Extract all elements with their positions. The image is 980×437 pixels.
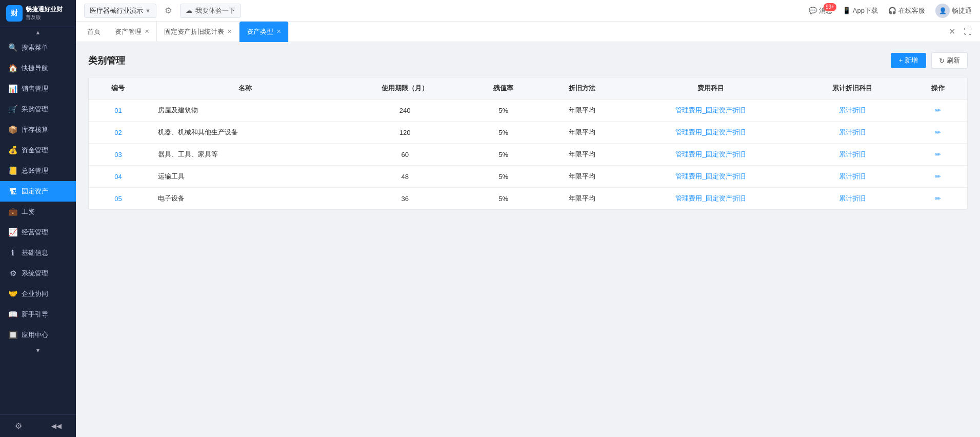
sidebar-item-label: 经营管理: [22, 228, 48, 237]
cell-accumulated: 累计折旧: [796, 188, 908, 210]
operations-icon: 📈: [8, 228, 17, 237]
col-name: 名称: [148, 77, 343, 100]
user-label: 畅捷通: [952, 6, 972, 15]
logo-main-text: 畅捷通好业财: [26, 6, 63, 14]
tab-fixed-asset-depreciation[interactable]: 固定资产折旧统计表 ✕: [157, 22, 239, 42]
sidebar-item-label: 基础信息: [22, 248, 48, 257]
sidebar-item-enterprise[interactable]: 🤝 企业协同: [0, 284, 76, 304]
refresh-button[interactable]: ↻ 刷新: [931, 52, 968, 69]
content-area: 类别管理 + 新增 ↻ 刷新 编号 名称 使用期限（月） 残值率 折旧方法: [76, 42, 980, 437]
cell-action: ✏: [908, 166, 967, 188]
new-button[interactable]: + 新增: [891, 53, 926, 68]
experience-label: 我要体验一下: [195, 6, 235, 15]
sidebar-item-payroll[interactable]: 💼 工资: [0, 202, 76, 222]
search-icon: 🔍: [8, 43, 17, 52]
sidebar-item-ledger[interactable]: 📒 总账管理: [0, 161, 76, 181]
cloud-icon: ☁: [186, 7, 192, 14]
tab-fixed-asset-depreciation-label: 固定资产折旧统计表: [164, 27, 224, 36]
sidebar-item-fixed-assets[interactable]: 🏗 固定资产: [0, 181, 76, 202]
sidebar-item-inventory[interactable]: 📦 库存核算: [0, 120, 76, 140]
sales-icon: 📊: [8, 84, 17, 93]
edit-icon[interactable]: ✏: [935, 150, 941, 158]
cell-period: 48: [343, 166, 468, 188]
sidebar-bottom: ⚙ ◀◀: [0, 414, 76, 437]
cell-residual: 5%: [467, 166, 539, 188]
tab-fixed-asset-depreciation-close-icon[interactable]: ✕: [227, 28, 232, 35]
sidebar-item-label: 工资: [22, 207, 35, 216]
customer-service-button[interactable]: 🎧 在线客服: [888, 6, 925, 15]
topbar-right: 💬 消息 99+ 📱 App下载 🎧 在线客服 👤 畅捷通: [809, 4, 972, 18]
page-header: 类别管理 + 新增 ↻ 刷新: [88, 52, 968, 69]
sidebar-item-system[interactable]: ⚙ 系统管理: [0, 263, 76, 284]
experience-button[interactable]: ☁ 我要体验一下: [180, 4, 241, 18]
main-area: 医疗器械行业演示 ▼ ⚙ ☁ 我要体验一下 💬 消息 99+ 📱 App下载 🎧…: [76, 0, 980, 437]
cell-expense: 管理费用_固定资产折旧: [625, 188, 796, 210]
funds-icon: 💰: [8, 146, 17, 155]
home-icon: 🏠: [8, 64, 17, 73]
col-action: 操作: [908, 77, 967, 100]
messages-button[interactable]: 💬 消息 99+: [809, 6, 832, 15]
cell-id: 05: [89, 188, 148, 210]
sidebar-item-app-center[interactable]: 🔲 应用中心: [0, 325, 76, 345]
tab-asset-type[interactable]: 资产类型 ✕: [239, 22, 289, 42]
topbar: 医疗器械行业演示 ▼ ⚙ ☁ 我要体验一下 💬 消息 99+ 📱 App下载 🎧…: [76, 0, 980, 22]
sidebar-item-label: 系统管理: [22, 269, 48, 278]
basic-info-icon: ℹ: [8, 248, 17, 257]
table-row: 03 器具、工具、家具等 60 5% 年限平均 管理费用_固定资产折旧 累计折旧…: [89, 144, 967, 166]
sidebar-item-basic-info[interactable]: ℹ 基础信息: [0, 243, 76, 263]
cell-period: 120: [343, 122, 468, 144]
tab-asset-management-label: 资产管理: [115, 27, 142, 36]
cell-period: 60: [343, 144, 468, 166]
cell-accumulated: 累计折旧: [796, 166, 908, 188]
logo-icon: 财: [6, 5, 23, 22]
sidebar-item-sales[interactable]: 📊 销售管理: [0, 78, 76, 99]
sidebar-item-label: 销售管理: [22, 84, 48, 93]
edit-icon[interactable]: ✏: [935, 172, 941, 181]
sidebar-item-search[interactable]: 🔍 搜索菜单: [0, 37, 76, 58]
tab-home-label: 首页: [87, 27, 101, 36]
cell-method: 年限平均: [539, 166, 625, 188]
fixed-assets-icon: 🏗: [8, 187, 17, 196]
sidebar-item-label: 快捷导航: [22, 64, 48, 73]
tab-expand-button[interactable]: ⛶: [962, 26, 974, 37]
customer-service-label: 在线客服: [898, 6, 925, 15]
enterprise-icon: 🤝: [8, 289, 17, 299]
table: 编号 名称 使用期限（月） 残值率 折旧方法 费用科目 累计折旧科目 操作 01…: [89, 77, 967, 209]
sidebar-item-label: 库存核算: [22, 125, 48, 134]
app-download-button[interactable]: 📱 App下载: [843, 6, 878, 15]
tabs-right-actions: ✕ ⛶: [947, 26, 980, 37]
cell-method: 年限平均: [539, 100, 625, 122]
cell-method: 年限平均: [539, 188, 625, 210]
tab-home[interactable]: 首页: [80, 22, 108, 42]
tab-asset-type-label: 资产类型: [247, 27, 273, 36]
cell-accumulated: 累计折旧: [796, 122, 908, 144]
tab-asset-type-close-icon[interactable]: ✕: [276, 28, 281, 35]
collapse-button[interactable]: ◀◀: [47, 420, 66, 432]
tab-close-button[interactable]: ✕: [947, 26, 957, 37]
settings-bottom-button[interactable]: ⚙: [11, 419, 26, 433]
tab-asset-management-close-icon[interactable]: ✕: [145, 28, 149, 35]
download-icon: 📱: [843, 7, 851, 14]
edit-icon[interactable]: ✏: [935, 106, 941, 114]
sidebar-item-quick-nav[interactable]: 🏠 快捷导航: [0, 58, 76, 78]
sidebar-item-funds[interactable]: 💰 资金管理: [0, 140, 76, 161]
tab-asset-management[interactable]: 资产管理 ✕: [108, 22, 157, 42]
sidebar-item-purchase[interactable]: 🛒 采购管理: [0, 99, 76, 120]
col-residual: 残值率: [467, 77, 539, 100]
company-selector[interactable]: 医疗器械行业演示 ▼: [84, 4, 156, 18]
scroll-up-arrow[interactable]: ▲: [0, 27, 76, 37]
avatar-icon: 👤: [939, 7, 947, 14]
col-accumulated: 累计折旧科目: [796, 77, 908, 100]
edit-icon[interactable]: ✏: [935, 128, 941, 136]
messages-badge: 99+: [824, 3, 836, 11]
sidebar-item-operations[interactable]: 📈 经营管理: [0, 222, 76, 243]
edit-icon[interactable]: ✏: [935, 194, 941, 203]
sidebar-nav: ▲ 🔍 搜索菜单 🏠 快捷导航 📊 销售管理 🛒 采购管理 📦 库存核算 💰 资…: [0, 27, 76, 414]
table-header: 编号 名称 使用期限（月） 残值率 折旧方法 费用科目 累计折旧科目 操作: [89, 77, 967, 100]
scroll-down-arrow[interactable]: ▼: [0, 345, 76, 355]
sidebar-item-label: 固定资产: [22, 187, 48, 196]
sidebar-item-guide[interactable]: 📖 新手引导: [0, 304, 76, 325]
cell-expense: 管理费用_固定资产折旧: [625, 144, 796, 166]
topbar-gear-icon[interactable]: ⚙: [163, 4, 174, 17]
user-profile-button[interactable]: 👤 畅捷通: [935, 4, 972, 18]
